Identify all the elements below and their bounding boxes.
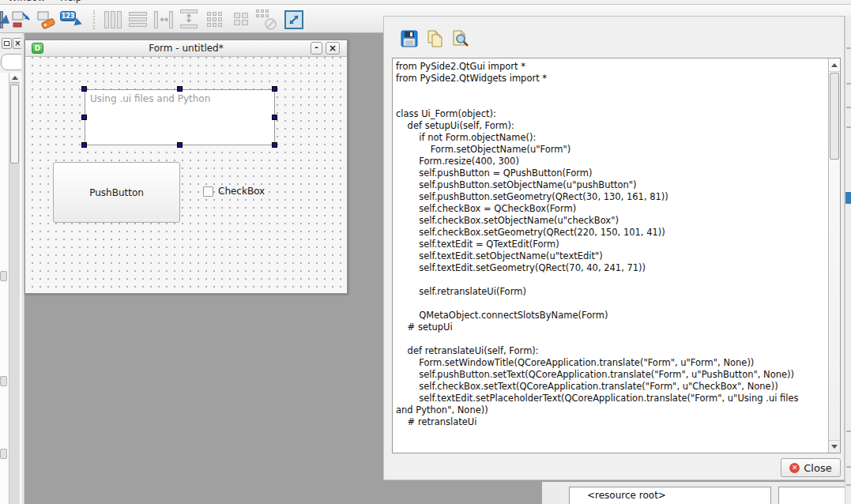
form-designer-window: D Form - untitled* - × Using .ui files a… [24,39,348,294]
prohibition-icon [265,18,277,30]
edge-mark [846,126,851,128]
widget-list[interactable] [0,73,21,504]
background-window-sliver [845,16,851,504]
qt-designer-window: Window Help 123 [0,0,851,504]
selection-handle-n[interactable] [177,86,183,92]
edit-buddies-icon[interactable] [37,9,58,30]
code-scrollbar[interactable] [828,58,840,453]
close-icon: × [14,39,21,47]
close-button[interactable]: ✕ Close [781,458,841,477]
selection-handle-se[interactable] [272,142,277,148]
minimize-button[interactable]: - [311,42,322,55]
edit-signals-slots-icon[interactable] [12,9,32,30]
arrow-up-icon [831,63,838,67]
edge-mark [846,83,851,85]
edge-mark [846,466,851,468]
widget-list-scrollbar[interactable] [9,73,20,504]
arrow-down-icon [831,445,838,449]
edge-mark [846,47,851,49]
widget-box-panel: × [0,33,21,504]
widget-category-item[interactable] [0,271,7,281]
scroll-up-button[interactable] [829,58,840,72]
scrollbar-thumb[interactable] [830,73,839,160]
scroll-up-button[interactable] [9,73,20,83]
code-text: from PySide2.QtGui import * from PySide2… [393,58,828,453]
menu-bar: Window Help [0,0,851,5]
selection-handle-nw[interactable] [81,86,87,92]
code-dialog-toolbar [384,17,844,56]
tab-order-badge: 123 [60,11,76,21]
edit-widgets-icon[interactable] [0,9,10,30]
menu-window[interactable]: Window [8,0,45,3]
textedit-placeholder: Using .ui files and Python [90,93,210,104]
close-button-label: Close [804,462,831,474]
find-icon[interactable] [451,29,470,48]
layout-form-icon[interactable] [234,9,254,30]
pushbutton-widget[interactable]: PushButton [53,162,180,223]
selection-handle-sw[interactable] [81,142,87,148]
edge-mark [846,107,851,108]
edge-mark [846,431,851,432]
tab-order-arrow [74,18,84,28]
layout-horizontal-icon[interactable] [104,9,125,30]
resource-browser-panel: <resource root> [542,482,851,504]
layout-horizontal-splitter-icon[interactable]: ↔ [154,9,175,30]
layout-vertical-icon[interactable] [129,9,149,30]
selection-handle-w[interactable] [81,115,87,120]
close-x-icon: ✕ [789,463,800,473]
checkbox-indicator[interactable] [203,186,213,197]
checkbox-widget[interactable]: CheckBox [203,186,265,197]
float-icon [4,41,9,46]
resource-root-item[interactable]: <resource root> [587,490,666,501]
form-canvas[interactable]: Using .ui files and Python PushButton Ch… [25,57,347,293]
form-window-titlebar[interactable]: D Form - untitled* - × [25,40,347,57]
adjust-size-icon[interactable] [284,9,304,30]
dock-float-button[interactable] [2,38,12,49]
selection-handle-e[interactable] [272,115,277,120]
code-view[interactable]: from PySide2.QtGui import * from PySide2… [392,58,841,453]
widget-category-item[interactable] [0,376,7,386]
view-code-dialog: from PySide2.QtGui import * from PySide2… [383,16,845,480]
resource-detail-pane[interactable] [778,487,851,504]
edge-mark [846,484,851,486]
checkbox-label: CheckBox [218,186,265,197]
selection-sliver [845,192,851,204]
copy-icon[interactable] [426,29,445,48]
toolbar-separator [93,10,95,29]
break-layout-icon[interactable] [256,9,277,30]
form-window-title: Form - untitled* [25,43,347,54]
save-icon[interactable] [400,29,419,48]
scroll-down-button[interactable] [829,440,840,453]
edit-tab-order-icon[interactable]: 123 [60,9,84,30]
textedit-widget[interactable]: Using .ui files and Python [85,89,275,145]
selection-handle-ne[interactable] [272,86,277,92]
layout-vertical-splitter-icon[interactable]: ↕ [179,9,200,30]
resource-tree[interactable]: <resource root> [569,487,771,504]
menu-help[interactable]: Help [60,0,81,3]
scrollbar-thumb[interactable] [10,85,19,164]
widget-category-item[interactable] [0,449,7,459]
layout-grid-icon[interactable] [207,9,228,30]
selection-handle-s[interactable] [177,142,183,148]
close-button[interactable]: × [326,42,340,55]
